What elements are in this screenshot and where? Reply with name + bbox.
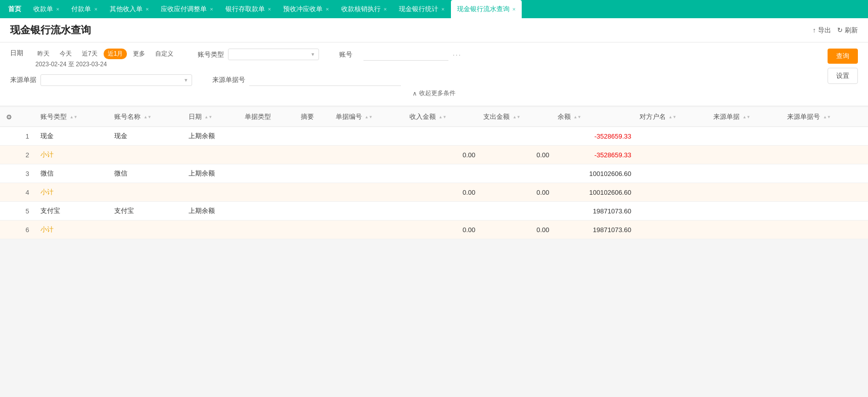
nav-payment[interactable]: 付款单 ×	[65, 0, 103, 18]
row-gear[interactable]	[0, 202, 18, 220]
table-area: ⚙ 账号类型 ▲▼ 账号名称 ▲▼ 日期 ▲▼ 单据类型	[0, 107, 868, 239]
export-label: 导出	[818, 26, 831, 35]
source-doc-label: 来源单据	[10, 75, 36, 84]
th-date[interactable]: 日期 ▲▼	[185, 107, 241, 127]
row-doc-no	[332, 164, 405, 183]
th-gear[interactable]: ⚙	[0, 107, 18, 127]
source-doc-num-input[interactable]	[249, 74, 401, 86]
nav-cash-bank-stat-close[interactable]: ×	[441, 6, 444, 12]
nav-prepay-offset-close[interactable]: ×	[326, 6, 329, 12]
th-counterparty[interactable]: 对方户名 ▲▼	[635, 107, 709, 127]
nav-cash-flow-query-label: 现金银行流水查询	[457, 5, 510, 14]
row-index: 5	[18, 202, 36, 220]
row-gear[interactable]	[0, 127, 18, 146]
nav-bank-deposit-label: 银行存取款单	[225, 5, 265, 14]
right-buttons: 查询 设置	[828, 49, 858, 84]
row-income: 0.00	[405, 183, 479, 202]
collapse-bar[interactable]: ∧ 收起更多条件	[10, 86, 858, 100]
nav-ar-ap-adjust[interactable]: 应收应付调整单 ×	[155, 0, 219, 18]
row-summary	[297, 202, 332, 220]
row-balance: 100102606.60	[554, 183, 635, 202]
source-doc-select[interactable]: ▾	[40, 74, 192, 86]
date-option-more[interactable]: 更多	[129, 49, 149, 59]
more-dots-icon[interactable]: ···	[452, 51, 462, 59]
th-index	[18, 107, 36, 127]
table-row[interactable]: 4 小计 0.00 0.00 100102606.60	[0, 183, 868, 202]
row-gear[interactable]	[0, 183, 18, 202]
date-option-7days[interactable]: 近7天	[78, 49, 102, 59]
th-income[interactable]: 收入金额 ▲▼	[405, 107, 479, 127]
date-option-1month[interactable]: 近1月	[104, 49, 127, 59]
sort-arrows-account-type: ▲▼	[70, 115, 78, 119]
nav-payment-close[interactable]: ×	[94, 6, 97, 12]
row-doc-type	[241, 127, 297, 146]
gear-icon: ⚙	[6, 113, 12, 121]
data-table: ⚙ 账号类型 ▲▼ 账号名称 ▲▼ 日期 ▲▼ 单据类型	[0, 107, 868, 239]
nav-bank-deposit-close[interactable]: ×	[268, 6, 271, 12]
nav-ar-ap-adjust-label: 应收应付调整单	[161, 5, 207, 14]
table-row[interactable]: 2 小计 0.00 0.00 -3528659.33	[0, 146, 868, 164]
nav-other-income[interactable]: 其他收入单 ×	[104, 0, 155, 18]
table-row[interactable]: 5 支付宝 支付宝 上期余额 19871073.60	[0, 202, 868, 220]
date-option-custom[interactable]: 自定义	[151, 49, 177, 59]
row-gear[interactable]	[0, 164, 18, 183]
row-date: 上期余额	[185, 127, 241, 146]
row-gear[interactable]	[0, 146, 18, 164]
row-doc-type	[241, 164, 297, 183]
account-input[interactable]	[363, 49, 448, 61]
th-account-name[interactable]: 账号名称 ▲▼	[110, 107, 184, 127]
nav-ar-ap-adjust-close[interactable]: ×	[210, 6, 213, 12]
settings-button[interactable]: 设置	[828, 68, 858, 84]
row-expense	[479, 202, 553, 220]
top-nav: 首页 收款单 × 付款单 × 其他收入单 × 应收应付调整单 × 银行存取款单 …	[0, 0, 868, 18]
nav-home[interactable]: 首页	[2, 0, 27, 18]
row-account-type: 小计	[36, 220, 110, 239]
row-expense: 0.00	[479, 146, 553, 164]
row-doc-type	[241, 202, 297, 220]
row-source-doc	[709, 202, 783, 220]
nav-receipt-verify[interactable]: 收款核销执行 ×	[335, 0, 393, 18]
sort-arrows-income: ▲▼	[439, 115, 447, 119]
row-account-type: 支付宝	[36, 202, 110, 220]
nav-payment-label: 付款单	[71, 5, 91, 14]
table-row[interactable]: 3 微信 微信 上期余额 100102606.60	[0, 164, 868, 183]
th-doc-no[interactable]: 单据编号 ▲▼	[332, 107, 405, 127]
nav-cash-flow-query-close[interactable]: ×	[513, 6, 516, 12]
page-title: 现金银行流水查询	[10, 23, 91, 37]
sort-arrows-source-doc: ▲▼	[743, 115, 751, 119]
row-date: 上期余额	[185, 164, 241, 183]
th-expense[interactable]: 支出金额 ▲▼	[479, 107, 553, 127]
row-source-doc-no	[783, 164, 868, 183]
row-source-doc	[709, 127, 783, 146]
nav-prepay-offset[interactable]: 预收冲应收单 ×	[277, 0, 335, 18]
date-option-today[interactable]: 今天	[56, 49, 76, 59]
nav-receipt-verify-close[interactable]: ×	[384, 6, 387, 12]
date-option-yesterday[interactable]: 昨天	[33, 49, 54, 59]
row-summary	[297, 164, 332, 183]
th-source-doc-no[interactable]: 来源单据号 ▲▼	[783, 107, 868, 127]
row-account-type: 现金	[36, 127, 110, 146]
row-account-name	[110, 220, 184, 239]
table-row[interactable]: 1 现金 现金 上期余额 -3528659.33	[0, 127, 868, 146]
query-button[interactable]: 查询	[828, 49, 858, 64]
th-account-type[interactable]: 账号类型 ▲▼	[36, 107, 110, 127]
nav-receipt-close[interactable]: ×	[56, 6, 59, 12]
source-doc-arrow-icon: ▾	[185, 77, 188, 83]
row-source-doc	[709, 146, 783, 164]
table-row[interactable]: 6 小计 0.00 0.00 19871073.60	[0, 220, 868, 239]
row-date: 上期余额	[185, 202, 241, 220]
export-button[interactable]: ↑ 导出	[813, 26, 832, 35]
nav-other-income-close[interactable]: ×	[146, 6, 149, 12]
row-index: 2	[18, 146, 36, 164]
refresh-button[interactable]: ↻ 刷新	[837, 26, 858, 35]
row-expense	[479, 127, 553, 146]
nav-cash-bank-stat[interactable]: 现金银行统计 ×	[393, 0, 450, 18]
th-source-doc[interactable]: 来源单据 ▲▼	[709, 107, 783, 127]
row-gear[interactable]	[0, 220, 18, 239]
nav-receipt[interactable]: 收款单 ×	[27, 0, 65, 18]
nav-cash-flow-query[interactable]: 现金银行流水查询 ×	[451, 0, 522, 18]
th-balance[interactable]: 余额 ▲▼	[554, 107, 635, 127]
account-type-select[interactable]: ▾	[228, 49, 319, 60]
nav-bank-deposit[interactable]: 银行存取款单 ×	[219, 0, 277, 18]
account-type-arrow-icon: ▾	[311, 51, 314, 58]
